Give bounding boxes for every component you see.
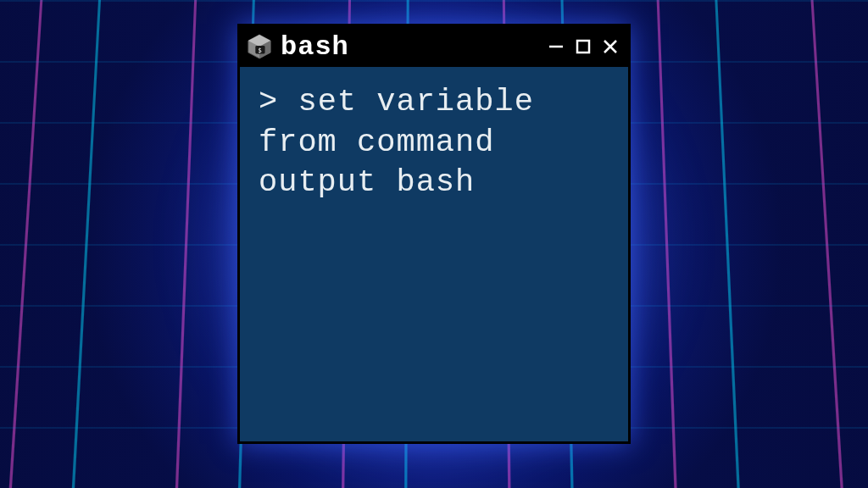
svg-rect-6	[577, 41, 589, 53]
terminal-window: $ bash > set variable from command outpu…	[237, 24, 631, 444]
titlebar[interactable]: $ bash	[240, 26, 628, 67]
prompt-symbol: >	[259, 84, 278, 119]
maximize-button[interactable]	[574, 37, 593, 56]
terminal-hex-icon: $	[247, 34, 272, 59]
window-controls	[547, 37, 620, 56]
svg-text:$: $	[258, 47, 262, 54]
app-title: bash	[281, 31, 538, 63]
minimize-button[interactable]	[547, 37, 565, 56]
terminal-body[interactable]: > set variable from command output bash	[240, 67, 628, 441]
command-text: set variable from command output bash	[259, 84, 554, 200]
close-button[interactable]	[601, 37, 620, 56]
